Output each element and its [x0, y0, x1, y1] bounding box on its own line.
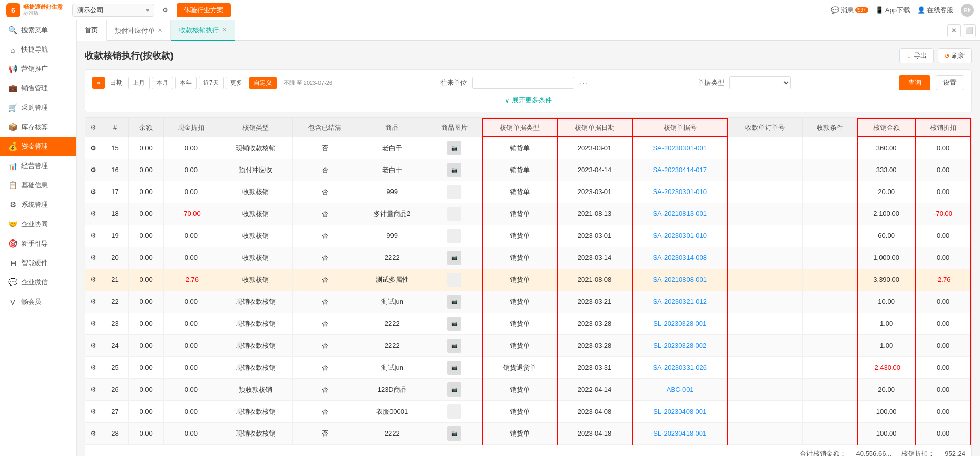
- cell-write-off-bill-no[interactable]: SL-20230328-002: [632, 334, 728, 356]
- bill-no-link[interactable]: ABC-001: [667, 386, 694, 393]
- cell-settings[interactable]: ⚙: [85, 356, 102, 378]
- sidebar-item-销售管理[interactable]: 💼销售管理: [0, 79, 76, 98]
- more-date-btn[interactable]: 更多: [226, 77, 247, 89]
- tab-收款核销执行[interactable]: 收款核销执行✕: [171, 20, 235, 41]
- col-settings[interactable]: ⚙: [85, 118, 102, 137]
- sidebar-item-label: 系统管理: [21, 200, 48, 209]
- cell-include-settled: 否: [292, 247, 357, 269]
- bill-no-link[interactable]: SA-20230301-010: [653, 188, 707, 196]
- cell-settings[interactable]: ⚙: [85, 247, 102, 269]
- sidebar-item-智能硬件[interactable]: 🖥智能硬件: [0, 253, 76, 273]
- cell-goods: 2222: [357, 247, 427, 269]
- tab-close-btn[interactable]: ✕: [947, 24, 961, 37]
- cell-include-settled: 否: [292, 422, 357, 444]
- sidebar-item-企业协同[interactable]: 🤝企业协同: [0, 214, 76, 234]
- cell-cash-discount: 0.00: [164, 378, 218, 400]
- cell-settings[interactable]: ⚙: [85, 334, 102, 356]
- last-month-btn[interactable]: 上月: [128, 77, 150, 89]
- from-unit-label: 往来单位: [440, 78, 467, 87]
- cell-settings[interactable]: ⚙: [85, 422, 102, 444]
- cell-settings[interactable]: ⚙: [85, 225, 102, 247]
- industry-button[interactable]: 休验行业方案: [177, 3, 231, 17]
- cell-write-off-bill-no[interactable]: SA-20230321-012: [632, 291, 728, 313]
- cell-include-settled: 否: [292, 400, 357, 422]
- sidebar-item-资金管理[interactable]: 💰资金管理: [0, 137, 76, 156]
- query-button[interactable]: 查询: [899, 75, 930, 90]
- cell-settings[interactable]: ⚙: [85, 181, 102, 203]
- cell-balance: 0.00: [129, 247, 164, 269]
- cell-write-off-bill-no[interactable]: SA-20230414-017: [632, 159, 728, 181]
- bill-no-link[interactable]: SL-20230328-002: [653, 342, 706, 349]
- sidebar-item-基础信息[interactable]: 📋基础信息: [0, 176, 76, 195]
- bill-no-link[interactable]: SA-20230301-001: [653, 144, 707, 152]
- cell-write-off-bill-no[interactable]: SA-20230301-010: [632, 181, 728, 203]
- company-selector[interactable]: 演示公司 ▾: [72, 4, 154, 17]
- filter-dots[interactable]: ···: [579, 79, 590, 87]
- bill-no-link[interactable]: SL-20230418-001: [653, 429, 706, 437]
- settings-icon[interactable]: ⚙: [158, 3, 173, 17]
- custom-date-btn[interactable]: 自定义: [249, 77, 277, 89]
- app-download-btn[interactable]: 📱 App下载: [875, 6, 910, 15]
- cell-settings[interactable]: ⚙: [85, 137, 102, 159]
- cell-write-off-bill-no[interactable]: SA-20230314-008: [632, 247, 728, 269]
- cell-write-off-bill-no[interactable]: SA-20210813-001: [632, 203, 728, 225]
- cell-write-off-bill-no[interactable]: SL-20230418-001: [632, 422, 728, 444]
- tabs-bar: 首页预付冲应付单✕收款核销执行✕ ✕ ⬜: [77, 20, 980, 41]
- setting-button[interactable]: 设置: [936, 75, 964, 90]
- expand-more-btn[interactable]: ∨ 展开更多条件: [501, 93, 556, 107]
- sidebar-item-企业微信[interactable]: 💬企业微信: [0, 273, 76, 292]
- bill-no-link[interactable]: SA-20230301-010: [653, 232, 707, 239]
- cell-write-off-bill-no[interactable]: SA-20210808-001: [632, 269, 728, 291]
- this-month-btn[interactable]: 本月: [152, 77, 173, 89]
- bill-no-link[interactable]: SA-20210808-001: [653, 276, 707, 283]
- filter-expand-icon[interactable]: »: [92, 77, 105, 89]
- cell-settings[interactable]: ⚙: [85, 159, 102, 181]
- sidebar-item-经营管理[interactable]: 📊经营管理: [0, 156, 76, 176]
- cell-settings[interactable]: ⚙: [85, 378, 102, 400]
- last-7days-btn[interactable]: 近7天: [199, 77, 224, 89]
- online-service-btn[interactable]: 👤 在线客服: [917, 6, 953, 15]
- cell-write-off-bill-no[interactable]: SA-20230301-010: [632, 225, 728, 247]
- sidebar-item-采购管理[interactable]: 🛒采购管理: [0, 98, 76, 117]
- cell-settings[interactable]: ⚙: [85, 313, 102, 334]
- bill-no-link[interactable]: SA-20230321-012: [653, 298, 707, 305]
- bill-no-link[interactable]: SA-20230331-026: [653, 364, 707, 371]
- cell-settings[interactable]: ⚙: [85, 291, 102, 313]
- refresh-button[interactable]: ↺ 刷新: [938, 48, 972, 63]
- sidebar-item-新手引导[interactable]: 🎯新手引导: [0, 234, 76, 253]
- sidebar-item-系统管理[interactable]: ⚙系统管理: [0, 195, 76, 214]
- cell-write-off-amount: 20.00: [857, 181, 915, 203]
- sidebar-item-库存核算[interactable]: 📦库存核算: [0, 117, 76, 137]
- sidebar-item-营销推广[interactable]: 📢营销推广: [0, 59, 76, 79]
- sidebar-item-搜索菜单[interactable]: 🔍搜索菜单: [0, 20, 76, 40]
- tab-首页[interactable]: 首页: [77, 20, 107, 41]
- bill-no-link[interactable]: SA-20210813-001: [653, 210, 707, 218]
- sidebar-item-畅会员[interactable]: V畅会员: [0, 292, 76, 311]
- from-unit-input[interactable]: [472, 77, 574, 89]
- cell-settings[interactable]: ⚙: [85, 203, 102, 225]
- bill-no-link[interactable]: SL-20230408-001: [653, 407, 706, 415]
- cell-write-off-discount: 0.00: [915, 225, 971, 247]
- cell-write-off-bill-no[interactable]: SL-20230328-001: [632, 313, 728, 334]
- sidebar-item-快捷导航[interactable]: ⌂快捷导航: [0, 40, 76, 59]
- table-row: ⚙ 24 0.00 0.00 现销收款核销 否 2222 📷 销货单 2023-…: [85, 334, 971, 356]
- sidebar-icon: 🎯: [8, 239, 17, 248]
- export-button[interactable]: ⤓ 导出: [899, 48, 934, 63]
- bill-no-link[interactable]: SA-20230314-008: [653, 254, 707, 261]
- cell-settings[interactable]: ⚙: [85, 400, 102, 422]
- tab-maximize-btn[interactable]: ⬜: [963, 24, 976, 37]
- tab-预付冲应付单[interactable]: 预付冲应付单✕: [107, 20, 171, 41]
- single-type-select[interactable]: [729, 76, 791, 89]
- tab-close-icon[interactable]: ✕: [158, 27, 162, 34]
- bill-no-link[interactable]: SA-20230414-017: [653, 166, 707, 174]
- cell-write-off-bill-no[interactable]: SA-20230301-001: [632, 137, 728, 159]
- this-year-btn[interactable]: 本年: [175, 77, 197, 89]
- tab-close-icon[interactable]: ✕: [222, 27, 227, 33]
- cell-write-off-bill-no[interactable]: SL-20230408-001: [632, 400, 728, 422]
- bill-no-link[interactable]: SL-20230328-001: [653, 320, 706, 327]
- cell-write-off-bill-no[interactable]: SA-20230331-026: [632, 356, 728, 378]
- message-btn[interactable]: 💬 消息 99+: [831, 6, 868, 15]
- cell-settings[interactable]: ⚙: [85, 269, 102, 291]
- user-avatar[interactable]: Rit: [961, 4, 974, 17]
- cell-write-off-bill-no[interactable]: ABC-001: [632, 378, 728, 400]
